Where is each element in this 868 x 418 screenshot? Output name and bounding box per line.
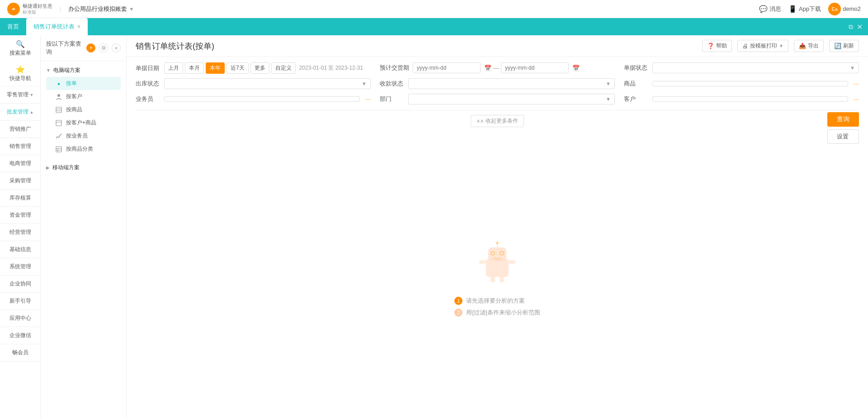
message-btn[interactable]: 💬 消息 bbox=[759, 5, 781, 13]
sidebar-item-retail-mgmt[interactable]: 零售管理 bbox=[0, 86, 40, 104]
calendar-icon-1[interactable]: 📅 bbox=[484, 65, 491, 71]
date-dash: — bbox=[493, 65, 499, 71]
tab-home[interactable]: 首页 bbox=[0, 18, 26, 35]
query-settings-area: 查询 设置 bbox=[827, 112, 859, 144]
svg-rect-20 bbox=[509, 260, 515, 264]
custom-date-btn[interactable]: 自定义 bbox=[271, 62, 296, 74]
refresh-icon: 🔄 bbox=[834, 43, 841, 49]
pc-schemes-toggle[interactable]: ▼ 电脑端方案 bbox=[46, 64, 121, 77]
header-dropdown-icon[interactable]: ▼ bbox=[129, 6, 134, 12]
sidebar-item-basic-info[interactable]: 基础信息 bbox=[0, 241, 40, 258]
sidebar-item-operations[interactable]: 经营管理 bbox=[0, 224, 40, 241]
sidebar-item-inventory[interactable]: 库存核算 bbox=[0, 190, 40, 207]
print-btn[interactable]: 🖨 按模板打印 ▼ bbox=[737, 40, 788, 52]
this-month-btn[interactable]: 本月 bbox=[185, 62, 204, 74]
filter-row-3: 业务员 ··· 部门 ▼ 客户 bbox=[136, 94, 859, 104]
settings-btn[interactable]: 设置 bbox=[827, 129, 859, 144]
pc-schemes-section: ▼ 电脑端方案 ● 按单 按客户 按商品 bbox=[41, 61, 126, 158]
sidebar-item-wechat[interactable]: 企业微信 bbox=[0, 327, 40, 344]
scheme-by-category[interactable]: 按商品分类 bbox=[46, 142, 121, 156]
sidebar-item-marketing[interactable]: 营销推广 bbox=[0, 121, 40, 138]
collection-status-dropdown[interactable]: ▼ bbox=[408, 78, 615, 89]
sidebar-item-purchase[interactable]: 采购管理 bbox=[0, 172, 40, 190]
by-salesperson-icon bbox=[55, 133, 62, 140]
calendar-icon-2[interactable]: 📅 bbox=[572, 65, 580, 71]
customer-field[interactable] bbox=[652, 96, 848, 102]
date-label: 单据日期 bbox=[136, 64, 160, 72]
last-7days-btn[interactable]: 近7天 bbox=[226, 62, 249, 74]
svg-rect-21 bbox=[491, 276, 495, 282]
scheme-by-product[interactable]: 按商品 bbox=[46, 103, 121, 116]
last-month-btn[interactable]: 上月 bbox=[164, 62, 183, 74]
left-panel-header: 按以下方案查询 + ⚙ « bbox=[41, 35, 126, 61]
app-download-btn[interactable]: 📱 App下载 bbox=[788, 5, 821, 13]
sidebar-item-sales-mgmt[interactable]: 销售管理 bbox=[0, 138, 40, 155]
user-avatar-area[interactable]: Ea demo2 bbox=[828, 3, 861, 15]
sidebar-item-quick-nav[interactable]: ⭐ 快捷导航 bbox=[0, 62, 40, 86]
svg-rect-2 bbox=[56, 107, 61, 113]
svg-point-15 bbox=[492, 252, 494, 254]
export-btn[interactable]: 📤 导出 bbox=[794, 40, 824, 52]
delivery-chevron: ▼ bbox=[362, 81, 367, 86]
sidebar-item-ecommerce[interactable]: 电商管理 bbox=[0, 155, 40, 172]
tab-restore-icon[interactable]: ⧉ bbox=[849, 23, 853, 31]
sidebar-item-enterprise[interactable]: 企业协同 bbox=[0, 276, 40, 293]
message-icon: 💬 bbox=[759, 5, 768, 13]
department-dropdown[interactable]: ▼ bbox=[408, 94, 615, 104]
salesperson-label: 业务员 bbox=[136, 95, 160, 103]
tab-sales-order-stats[interactable]: 销售订单统计表 × bbox=[26, 18, 88, 35]
by-customer-product-icon bbox=[55, 119, 62, 127]
scheme-by-order[interactable]: ● 按单 bbox=[46, 77, 121, 90]
logo-area: 畅捷通好生意 标准版 bbox=[7, 3, 52, 15]
collapse-panel-btn[interactable]: « bbox=[112, 43, 121, 52]
sidebar-item-search-menu[interactable]: 🔍 搜索菜单 bbox=[0, 35, 40, 62]
add-scheme-btn[interactable]: + bbox=[86, 43, 95, 52]
sidebar-item-new-guide[interactable]: 新手引导 bbox=[0, 293, 40, 310]
salesperson-more-btn[interactable]: ··· bbox=[365, 95, 371, 103]
tab-close-window-icon[interactable]: ✕ bbox=[857, 23, 863, 31]
collapse-icon: ∧∧ bbox=[476, 118, 484, 124]
svg-point-18 bbox=[496, 242, 499, 244]
product-more-btn[interactable]: ··· bbox=[854, 80, 859, 87]
scheme-settings-btn[interactable]: ⚙ bbox=[99, 43, 108, 52]
scheme-by-customer-product[interactable]: 按客户+商品 bbox=[46, 116, 121, 129]
help-icon: ❓ bbox=[707, 43, 714, 49]
tab-close-icon[interactable]: × bbox=[77, 24, 80, 30]
page-header: 销售订单统计表(按单) ❓ 帮助 🖨 按模板打印 ▼ 📤 导出 bbox=[127, 35, 868, 57]
refresh-btn[interactable]: 🔄 刷新 bbox=[829, 40, 859, 52]
scheme-by-customer[interactable]: 按客户 bbox=[46, 90, 121, 103]
product-field[interactable] bbox=[652, 81, 848, 86]
filter-section: 单据日期 上月 本月 本年 近7天 更多 自定义 2023-01-01 至 20… bbox=[127, 57, 868, 133]
salesperson-field[interactable] bbox=[164, 96, 360, 102]
right-panel: 销售订单统计表(按单) ❓ 帮助 🖨 按模板打印 ▼ 📤 导出 bbox=[127, 35, 868, 418]
query-btn[interactable]: 查询 bbox=[827, 112, 859, 127]
customer-more-btn[interactable]: ··· bbox=[854, 95, 859, 103]
mobile-schemes-toggle[interactable]: ▶ 移动端方案 bbox=[46, 161, 121, 174]
mobile-icon: 📱 bbox=[788, 5, 797, 13]
status-dropdown[interactable]: ▼ bbox=[652, 62, 859, 73]
header-title[interactable]: 办公用品行业模拟账套 ▼ bbox=[68, 5, 134, 13]
sidebar-item-finance[interactable]: 资金管理 bbox=[0, 207, 40, 224]
page-title: 销售订单统计表(按单) bbox=[136, 41, 214, 52]
delivery-date-from[interactable] bbox=[413, 62, 481, 73]
delivery-date-to[interactable] bbox=[501, 62, 569, 73]
sidebar-item-member[interactable]: 畅会员 bbox=[0, 344, 40, 361]
this-year-btn[interactable]: 本年 bbox=[206, 62, 225, 74]
sidebar-item-app-center[interactable]: 应用中心 bbox=[0, 310, 40, 327]
status-chevron: ▼ bbox=[850, 65, 855, 71]
scheme-by-salesperson[interactable]: 按业务员 bbox=[46, 129, 121, 142]
collapse-more-conditions-btn[interactable]: ∧∧ 收起更多条件 bbox=[471, 115, 524, 127]
department-chevron: ▼ bbox=[606, 96, 611, 102]
sidebar-item-system[interactable]: 系统管理 bbox=[0, 258, 40, 276]
mobile-section-arrow: ▶ bbox=[46, 165, 50, 170]
top-header: 畅捷通好生意 标准版 | 办公用品行业模拟账套 ▼ 💬 消息 📱 App下载 E… bbox=[0, 0, 868, 18]
mobile-schemes-section: ▶ 移动端方案 bbox=[41, 158, 126, 177]
sidebar-item-wholesale-mgmt[interactable]: 批发管理 bbox=[0, 104, 40, 121]
svg-rect-5 bbox=[56, 120, 61, 126]
print-dropdown-icon[interactable]: ▼ bbox=[779, 43, 783, 48]
delivery-status-dropdown[interactable]: ▼ bbox=[164, 78, 371, 89]
help-btn[interactable]: ❓ 帮助 bbox=[702, 40, 732, 52]
svg-rect-7 bbox=[56, 147, 61, 152]
more-date-btn[interactable]: 更多 bbox=[250, 62, 269, 74]
collection-status-label: 收款状态 bbox=[380, 80, 405, 88]
